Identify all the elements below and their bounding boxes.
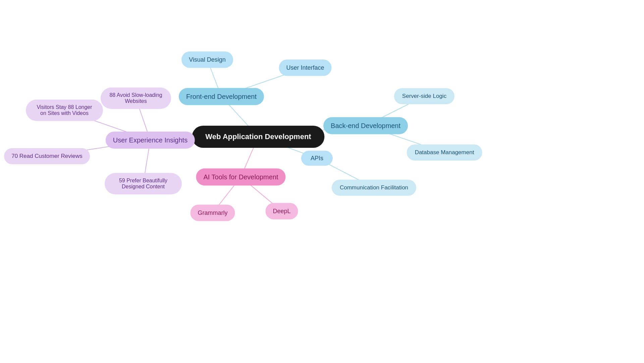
node-visual_design[interactable]: Visual Design <box>181 52 233 68</box>
node-comm_facilitation[interactable]: Communication Facilitation <box>332 180 416 196</box>
node-ai_tools[interactable]: AI Tools for Development <box>196 169 285 186</box>
node-visitors_stay[interactable]: Visitors Stay 88 Longer on Sites with Vi… <box>26 100 103 121</box>
center-node[interactable]: Web Application Development <box>192 126 324 148</box>
connections-svg <box>0 0 644 363</box>
node-frontend[interactable]: Front-end Development <box>179 88 264 105</box>
node-apis[interactable]: APIs <box>301 151 333 166</box>
node-server_logic[interactable]: Server-side Logic <box>394 88 454 104</box>
mindmap-container: Web Application DevelopmentFront-end Dev… <box>0 0 644 363</box>
node-deepl[interactable]: DeepL <box>265 203 298 220</box>
node-backend[interactable]: Back-end Development <box>323 117 408 134</box>
node-database[interactable]: Database Management <box>407 144 482 161</box>
node-read_reviews[interactable]: 70 Read Customer Reviews <box>4 148 90 164</box>
node-prefer_content[interactable]: 59 Prefer Beautifully Designed Content <box>105 173 182 194</box>
node-grammarly[interactable]: Grammarly <box>191 205 235 221</box>
node-avoid_slow[interactable]: 88 Avoid Slow-loading Websites <box>101 87 171 109</box>
node-ux_insights[interactable]: User Experience Insights <box>106 132 195 149</box>
node-user_interface[interactable]: User Interface <box>279 60 331 76</box>
